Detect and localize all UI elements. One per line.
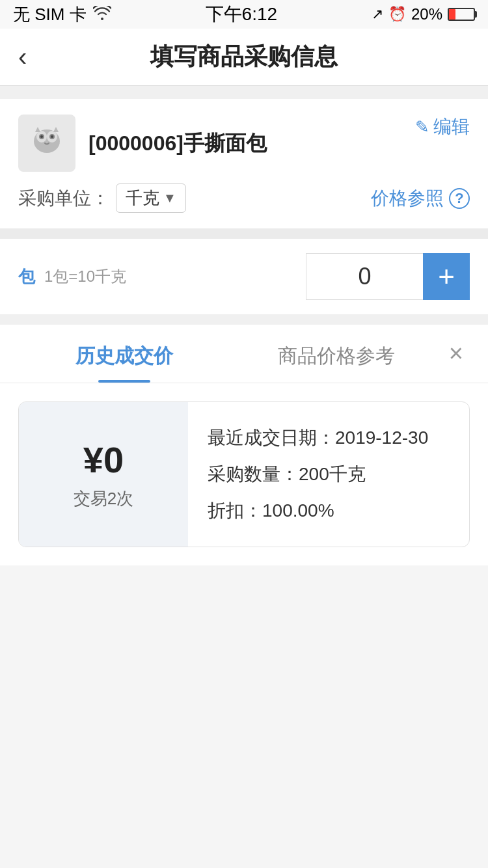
status-time: 下午6:12 (206, 2, 278, 27)
main-content-area (0, 565, 488, 868)
edit-icon: ✎ (415, 117, 429, 137)
section-divider (0, 228, 488, 239)
tx-details-section: 最近成交日期：2019-12-30 采购数量：200千克 折扣：100.00% (188, 402, 469, 547)
carrier-text: 无 SIM 卡 (13, 3, 87, 26)
dropdown-arrow-icon: ▼ (163, 191, 176, 206)
discount-value: 100.00% (262, 500, 334, 521)
page-title: 填写商品采购信息 (150, 41, 338, 73)
quantity-input-group: + (306, 253, 470, 300)
tx-quantity: 采购数量：200千克 (208, 461, 450, 488)
svg-point-6 (51, 135, 53, 138)
quantity-row: 包 1包=10千克 + (0, 239, 488, 314)
unit-label: 采购单位： (18, 186, 109, 211)
quantity-detail-value: 200千克 (299, 464, 366, 484)
tab-history-price[interactable]: 历史成交价 (18, 325, 230, 383)
product-footer: 采购单位： 千克 ▼ 价格参照 ? (18, 183, 470, 213)
price-ref-label: 价格参照 (371, 186, 444, 211)
quantity-label: 包 1包=10千克 (18, 265, 126, 288)
tx-discount: 折扣：100.00% (208, 497, 450, 524)
quantity-plus-button[interactable]: + (423, 253, 470, 300)
wifi-icon (93, 5, 111, 25)
product-logo-icon (27, 120, 66, 167)
unit-badge: 包 (18, 265, 35, 288)
price-reference-button[interactable]: 价格参照 ? (371, 186, 470, 211)
transaction-list: ¥0 交易2次 最近成交日期：2019-12-30 采购数量：200千克 折扣：… (0, 383, 488, 565)
product-card: [0000006]手撕面包 ✎ 编辑 采购单位： 千克 ▼ 价格参照 ? (0, 99, 488, 228)
nav-bar: ‹ 填写商品采购信息 (0, 29, 488, 86)
currency-symbol: ¥ (83, 439, 103, 480)
tab-bar: 历史成交价 商品价格参考 × (0, 325, 488, 383)
price-value: 0 (103, 439, 124, 480)
tx-price: ¥0 (83, 439, 124, 481)
tab-close-button[interactable]: × (442, 327, 470, 381)
alarm-icon: ⏰ (388, 6, 406, 23)
svg-point-5 (40, 135, 43, 138)
battery-icon (448, 8, 475, 21)
unit-section: 采购单位： 千克 ▼ (18, 183, 186, 213)
recent-date-label: 最近成交日期： (208, 427, 335, 448)
product-thumbnail (18, 115, 75, 172)
back-button[interactable]: ‹ (18, 42, 27, 72)
edit-button[interactable]: ✎ 编辑 (415, 115, 470, 139)
location-icon: ↗ (372, 6, 383, 23)
discount-label: 折扣： (208, 500, 262, 521)
tab-history-label: 历史成交价 (75, 345, 173, 366)
edit-label: 编辑 (433, 115, 470, 139)
unit-value: 千克 (126, 187, 159, 210)
recent-date-value: 2019-12-30 (335, 427, 428, 448)
tab-price-ref-label: 商品价格参考 (278, 345, 395, 366)
status-left: 无 SIM 卡 (13, 3, 111, 26)
status-bar: 无 SIM 卡 下午6:12 ↗ ⏰ 20% (0, 0, 488, 29)
product-name: [0000006]手撕面包 (88, 129, 267, 158)
tab-price-reference[interactable]: 商品价格参考 (230, 325, 442, 383)
product-left: [0000006]手撕面包 (18, 115, 267, 172)
battery-pct: 20% (411, 5, 442, 23)
status-right: ↗ ⏰ 20% (372, 5, 475, 23)
quantity-detail-label: 采购数量： (208, 464, 299, 484)
tx-price-section: ¥0 交易2次 (19, 402, 188, 547)
unit-equiv: 1包=10千克 (44, 266, 126, 287)
tx-recent-date: 最近成交日期：2019-12-30 (208, 424, 450, 452)
tab-section: 历史成交价 商品价格参考 × ¥0 交易2次 最近成交日期：2019-12-30… (0, 325, 488, 565)
tx-trade-count: 交易2次 (74, 487, 133, 510)
product-header: [0000006]手撕面包 ✎ 编辑 (18, 115, 470, 172)
quantity-input[interactable] (306, 253, 423, 300)
help-icon: ? (449, 188, 470, 209)
transaction-card: ¥0 交易2次 最近成交日期：2019-12-30 采购数量：200千克 折扣：… (18, 401, 470, 547)
unit-select-dropdown[interactable]: 千克 ▼ (116, 183, 186, 213)
